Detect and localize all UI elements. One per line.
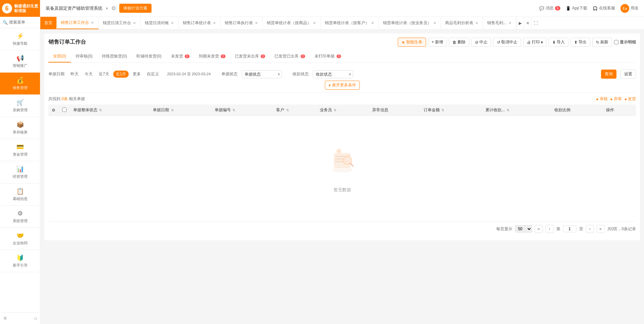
sidebar-item-finance[interactable]: 💳 资金管理 [0, 139, 40, 161]
sidebar-item-inventory[interactable]: 📦 库存核算 [0, 117, 40, 139]
page-last-btn[interactable]: » [597, 225, 605, 233]
message-item[interactable]: 💬 消息 6 [539, 5, 560, 11]
new-btn[interactable]: + 新增 [428, 38, 447, 47]
expand-more-btn[interactable]: ▾ 展开更多条件 [325, 81, 360, 90]
sub-tab-overdue-not-shipped[interactable]: 到期未发货 0 [194, 51, 230, 63]
query-btn[interactable]: 查询 [601, 70, 616, 79]
tab-close-sales-stats-staff[interactable]: ✕ [433, 21, 437, 26]
sub-tab-shipped-not-out[interactable]: 已发货未出库 0 [230, 51, 270, 63]
date-opt-7days[interactable]: 近7天 [97, 71, 111, 78]
show-detail-checkbox-wrapper[interactable]: 显示明细 [614, 39, 636, 45]
sidebar-item-basic[interactable]: 📋 基础信息 [0, 184, 40, 206]
show-detail-checkbox[interactable] [614, 40, 618, 44]
batch-unreviewed-btn[interactable]: ● 弃审 [610, 96, 622, 102]
tab-close-sales-order-workbench[interactable]: ✕ [90, 20, 94, 25]
date-opt-1month[interactable]: 近1月 [113, 71, 129, 78]
tab-close-sales-order-execute[interactable]: ✕ [254, 21, 258, 26]
tab-sales-order-execute[interactable]: 销售订单执行表 ✕ [221, 17, 263, 29]
sub-tab-not-printed[interactable]: 未打印单据 0 [310, 51, 346, 63]
settings-icon[interactable]: ⚙ [111, 5, 116, 11]
sub-tab-shipped-out[interactable]: 已发货已出库 0 [270, 51, 310, 63]
app-download-item[interactable]: 📱 App下载 [566, 5, 587, 11]
tab-nav-maximize[interactable]: ⛶ [531, 17, 540, 29]
smart-generate-btn[interactable]: ★ 智能生单 [398, 38, 426, 47]
online-service-item[interactable]: 🎧 在线客服 [593, 5, 615, 11]
page-next-btn[interactable]: › [586, 225, 594, 233]
col-salesperson-sort[interactable]: ⇅ [334, 108, 336, 112]
tab-nav-close-all[interactable]: ✕ [524, 17, 531, 29]
filter-settings-btn[interactable]: 设置 [620, 70, 636, 79]
suspend-btn[interactable]: ⊘ 中止 [471, 38, 491, 47]
tab-sales-more[interactable]: 销售毛利... ✕ [483, 17, 516, 29]
user-item[interactable]: Ea 用友 [620, 4, 639, 13]
page-input[interactable] [563, 226, 576, 232]
sidebar-item-marketing[interactable]: 📢 营销推广 [0, 50, 40, 73]
sidebar-settings-icon[interactable]: ⚙ [3, 316, 7, 321]
status-select[interactable]: 单据状态 [242, 70, 282, 78]
sub-tab-not-shipped[interactable]: 未发货 0 [166, 51, 194, 63]
tab-cash-daily[interactable]: 钱货日清工作台 ✕ [99, 17, 141, 29]
col-received-sort[interactable]: ⇅ [507, 108, 509, 112]
payment-select[interactable]: 收款状态 [313, 70, 353, 78]
tab-sales-order-workbench[interactable]: 销售订单工作台 ✕ [57, 17, 99, 29]
date-opt-more[interactable]: 更多 [131, 71, 143, 78]
tab-sales-stats-customer[interactable]: 销货单统计表（按客户） ✕ [321, 17, 379, 29]
tab-close-cash-daily[interactable]: ✕ [132, 21, 136, 26]
col-date-sort[interactable]: ⇅ [171, 108, 174, 112]
cancel-suspend-btn[interactable]: ↺ 取消中止 [493, 38, 521, 47]
page-first-btn[interactable]: « [535, 225, 543, 233]
expand-label: 展开更多条件 [332, 82, 356, 88]
col-received-label: 累计收款... [485, 108, 505, 112]
sidebar-item-label-system: 系统管理 [13, 218, 28, 224]
sidebar-item-guide[interactable]: 🔰 新手引导 [0, 250, 40, 272]
batch-ship-btn[interactable]: ● 发货 [625, 96, 636, 102]
cancel-suspend-icon: ↺ [497, 40, 500, 45]
print-btn[interactable]: 🖨 打印 ▾ [523, 38, 547, 47]
col-amount-sort[interactable]: ⇅ [441, 108, 444, 112]
date-opt-yesterday[interactable]: 昨天 [69, 71, 81, 78]
tab-close-sales-more[interactable]: ✕ [508, 21, 512, 26]
col-settings[interactable]: ⚙ [48, 105, 59, 116]
tab-close-sales-order-stats[interactable]: ✕ [212, 21, 216, 26]
tab-cash-reconcile[interactable]: 钱货日清对账 ✕ [141, 17, 179, 29]
batch-review-btn[interactable]: ● 审核 [596, 96, 607, 102]
sidebar-item-purchase[interactable]: 🛒 采购管理 [0, 95, 40, 117]
sidebar-item-operation[interactable]: 📊 经营管理 [0, 161, 40, 184]
sidebar-item-quick-nav[interactable]: ⚡ 快捷导航 [0, 28, 40, 50]
sub-tab-all[interactable]: 全部(0) [48, 51, 71, 63]
col-checkbox[interactable] [59, 105, 70, 116]
tab-close-sales-stats-customer[interactable]: ✕ [371, 21, 375, 26]
date-opt-custom[interactable]: 自定义 [145, 71, 161, 78]
sidebar-item-cooperation[interactable]: 🤝 企业协同 [0, 228, 40, 250]
sidebar-collapse-icon[interactable]: ◁ [34, 316, 37, 321]
col-customer-sort[interactable]: ⇅ [286, 108, 289, 112]
date-opt-today[interactable]: 今天 [83, 71, 95, 78]
tab-close-cash-reconcile[interactable]: ✕ [170, 21, 174, 26]
import-btn[interactable]: ⬇ 导入 [549, 38, 568, 47]
delete-btn[interactable]: 🗑 删除 [449, 38, 469, 47]
payment-select-wrapper: 收款状态 [313, 70, 353, 78]
page-prev-btn[interactable]: ‹ [546, 225, 554, 233]
tab-sales-order-stats[interactable]: 销售订单统计表 ✕ [179, 17, 221, 29]
sub-tab-pending-inspect[interactable]: 待拣货验货(0) [97, 51, 132, 63]
tab-close-sales-stats-product[interactable]: ✕ [312, 21, 316, 26]
sub-tab-pending-review[interactable]: 待审核(0) [71, 51, 97, 63]
tab-nav-more[interactable]: ▶ [516, 17, 524, 29]
tab-home[interactable]: 首页 [40, 17, 57, 29]
sub-tab-wangpu-pending[interactable]: 旺铺待发货(0) [132, 51, 166, 63]
select-all-checkbox[interactable] [62, 108, 67, 112]
tab-product-margin[interactable]: 商品毛利分析表 ✕ [441, 17, 483, 29]
col-number-sort[interactable]: ⇅ [232, 108, 235, 112]
sidebar-item-system[interactable]: ⚙ 系统管理 [0, 206, 40, 228]
search-menu-item[interactable]: 🔍 搜索菜单 [0, 17, 40, 28]
per-page-select[interactable]: 50 10 20 100 [515, 225, 532, 233]
tab-close-product-margin[interactable]: ✕ [475, 21, 479, 26]
col-status-sort[interactable]: ⇅ [99, 108, 102, 112]
trial-btn[interactable]: 体验行业方案 [119, 4, 152, 13]
refresh-btn[interactable]: ↻ 刷新 [592, 38, 612, 47]
export-btn[interactable]: ⬆ 导出 [570, 38, 590, 47]
sidebar-item-sales[interactable]: 💰 销售管理 [0, 73, 40, 95]
tab-sales-stats-staff[interactable]: 销货单统计表（按业务员） ✕ [379, 17, 441, 29]
tab-sales-stats-product[interactable]: 销货单统计表（按商品） ✕ [263, 17, 321, 29]
system-title-dropdown-icon[interactable]: ▾ [106, 6, 108, 11]
